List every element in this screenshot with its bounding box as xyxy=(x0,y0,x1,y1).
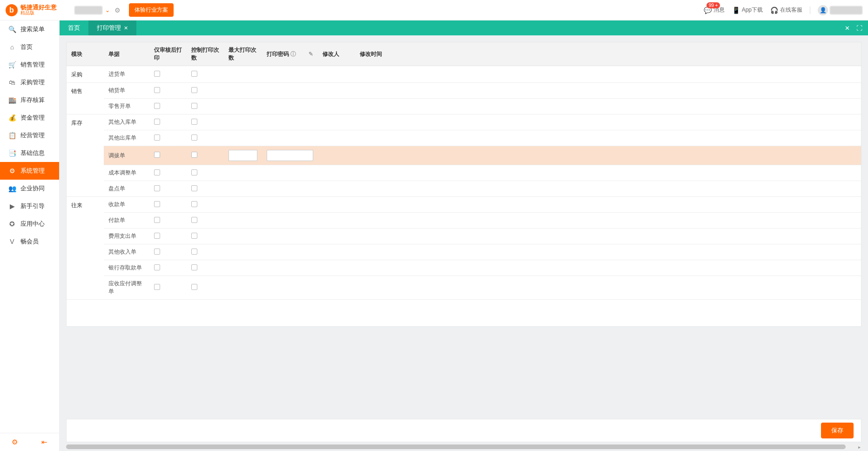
scroll-right-icon[interactable]: ▸ xyxy=(856,444,862,450)
audit-checkbox[interactable] xyxy=(154,284,160,290)
collapse-icon[interactable]: ⇤ xyxy=(41,438,47,446)
ctrl-checkbox[interactable] xyxy=(191,217,197,223)
logo-area: b 畅捷通好生意 精品版 xyxy=(6,4,65,16)
table-row: 零售开单 xyxy=(67,99,861,114)
fullscreen-icon[interactable]: ⛶ xyxy=(856,25,862,32)
ctrl-checkbox[interactable] xyxy=(191,119,197,125)
doc-cell: 调拔单 xyxy=(104,146,149,165)
org-name-blur xyxy=(74,6,102,14)
th-pwd: 打印密码 ⓘ ✎ xyxy=(262,42,318,66)
gear-icon[interactable]: ⚙ xyxy=(12,438,18,446)
org-select[interactable]: ⌄ xyxy=(74,6,110,14)
sidebar-item[interactable]: ▶新手引导 xyxy=(0,197,59,215)
audit-checkbox[interactable] xyxy=(154,217,160,223)
ctrl-checkbox[interactable] xyxy=(191,71,197,77)
cta-button[interactable]: 体验行业方案 xyxy=(129,3,174,17)
sidebar-item[interactable]: 🛒销售管理 xyxy=(0,56,59,74)
save-button[interactable]: 保存 xyxy=(821,423,854,438)
audit-checkbox[interactable] xyxy=(154,169,160,175)
topbar: b 畅捷通好生意 精品版 ⌄ ⚙ 体验行业方案 💬 99 + 消息 📱 App下… xyxy=(0,0,868,20)
audit-checkbox[interactable] xyxy=(154,71,160,77)
horizontal-scrollbar[interactable]: ▸ xyxy=(66,444,861,450)
audit-checkbox[interactable] xyxy=(154,249,160,255)
sidebar-item-icon: 🔍 xyxy=(8,26,16,33)
msg-badge: 99 + xyxy=(707,2,720,8)
module-cell: 销售 xyxy=(67,83,104,114)
pwd-input[interactable] xyxy=(267,150,313,161)
scrollbar-thumb[interactable] xyxy=(66,444,846,449)
table-row: 采购进货单 xyxy=(67,66,861,83)
sidebar-item[interactable]: ⌂首页 xyxy=(0,38,59,56)
sidebar-item[interactable]: 📑基础信息 xyxy=(0,144,59,162)
tabs-bar: 首页打印管理✕ ✕ ⛶ xyxy=(60,20,868,35)
sidebar-item[interactable]: ⚙系统管理 xyxy=(0,162,59,180)
ctrl-checkbox[interactable] xyxy=(191,249,197,255)
audit-checkbox[interactable] xyxy=(154,264,160,270)
ctrl-checkbox[interactable] xyxy=(191,185,197,191)
audit-checkbox[interactable] xyxy=(154,152,160,158)
tab[interactable]: 打印管理✕ xyxy=(88,20,136,35)
ctrl-checkbox[interactable] xyxy=(191,264,197,270)
footer: 保存 xyxy=(66,419,861,442)
phone-icon: 📱 xyxy=(732,7,740,14)
audit-checkbox[interactable] xyxy=(154,201,160,207)
doc-cell: 盘点单 xyxy=(104,181,149,197)
ctrl-checkbox[interactable] xyxy=(191,152,197,158)
sidebar-item[interactable]: 📋经营管理 xyxy=(0,127,59,144)
sidebar-item-label: 新手引导 xyxy=(20,202,45,210)
sidebar-item-label: 畅会员 xyxy=(20,237,39,246)
sidebar-item[interactable]: 👥企业协同 xyxy=(0,180,59,197)
th-modifier: 修改人 xyxy=(318,42,355,66)
panel: 模块 单据 仅审核后打印 控制打印次数 最大打印次数 打印密码 ⓘ ✎ 修改人 … xyxy=(66,42,861,327)
sidebar-item[interactable]: V畅会员 xyxy=(0,233,59,250)
doc-cell: 零售开单 xyxy=(104,99,149,114)
ctrl-checkbox[interactable] xyxy=(191,135,197,141)
audit-checkbox[interactable] xyxy=(154,185,160,191)
ctrl-checkbox[interactable] xyxy=(191,103,197,109)
audit-checkbox[interactable] xyxy=(154,103,160,109)
edit-icon[interactable]: ✎ xyxy=(309,51,313,57)
doc-cell: 成本调整单 xyxy=(104,165,149,181)
ctrl-checkbox[interactable] xyxy=(191,233,197,239)
sidebar-item[interactable]: 🏬库存核算 xyxy=(0,91,59,109)
sidebar-item-icon: 🛒 xyxy=(8,61,16,68)
max-input[interactable] xyxy=(229,150,257,161)
module-cell: 采购 xyxy=(67,66,104,83)
doc-cell: 进货单 xyxy=(104,66,149,83)
th-module: 模块 xyxy=(67,42,104,66)
audit-checkbox[interactable] xyxy=(154,87,160,93)
app-download-button[interactable]: 📱 App下载 xyxy=(732,6,763,14)
sidebar-item-icon: 💰 xyxy=(8,114,16,121)
topbar-right: 💬 99 + 消息 📱 App下载 🎧 在线客服 👤 xyxy=(704,5,862,15)
table-row: 费用支出单 xyxy=(67,229,861,244)
user-menu[interactable]: 👤 xyxy=(818,5,862,15)
audit-checkbox[interactable] xyxy=(154,233,160,239)
ctrl-checkbox[interactable] xyxy=(191,284,197,290)
sidebar-item[interactable]: ✪应用中心 xyxy=(0,215,59,233)
sidebar-item-label: 基础信息 xyxy=(20,149,45,157)
sidebar-item-icon: 🛍 xyxy=(8,79,16,86)
sidebar-item-label: 首页 xyxy=(20,43,33,51)
audit-checkbox[interactable] xyxy=(154,135,160,141)
tabs-right: ✕ ⛶ xyxy=(845,20,868,35)
msg-button[interactable]: 💬 99 + 消息 xyxy=(704,6,725,14)
settings-icon[interactable]: ⚙ xyxy=(114,7,121,14)
ctrl-checkbox[interactable] xyxy=(191,201,197,207)
sidebar-item[interactable]: 🔍搜索菜单 xyxy=(0,20,59,38)
table-row: 其他出库单 xyxy=(67,130,861,146)
ctrl-checkbox[interactable] xyxy=(191,87,197,93)
service-button[interactable]: 🎧 在线客服 xyxy=(770,6,802,14)
close-tab-icon[interactable]: ✕ xyxy=(845,25,850,32)
help-icon[interactable]: ⓘ xyxy=(290,51,296,57)
tab-close-icon[interactable]: ✕ xyxy=(124,25,128,31)
sidebar-item[interactable]: 💰资金管理 xyxy=(0,109,59,127)
audit-checkbox[interactable] xyxy=(154,119,160,125)
doc-cell: 银行存取款单 xyxy=(104,260,149,276)
table-row: 付款单 xyxy=(67,213,861,229)
ctrl-checkbox[interactable] xyxy=(191,169,197,175)
tab[interactable]: 首页 xyxy=(60,20,88,35)
sidebar-item-label: 经营管理 xyxy=(20,131,45,140)
sidebar-item[interactable]: 🛍采购管理 xyxy=(0,74,59,91)
doc-cell: 付款单 xyxy=(104,213,149,229)
th-audit: 仅审核后打印 xyxy=(149,42,187,66)
